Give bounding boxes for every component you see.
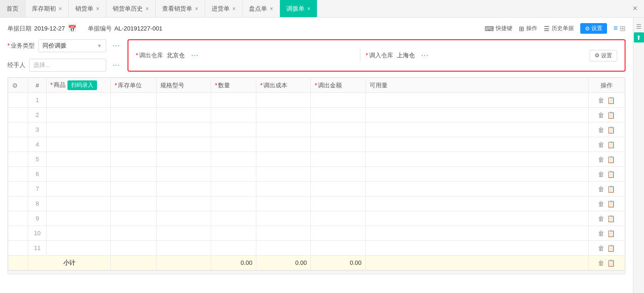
tab-view-sales[interactable]: 查看销货单 × [156, 0, 205, 17]
tab-stocktake[interactable]: 盘点单 × [243, 0, 280, 17]
tab-inventory-init[interactable]: 库存期初 × [25, 0, 69, 17]
copy-icon[interactable]: 📋 [607, 185, 615, 193]
row-qty-cell[interactable] [211, 137, 256, 152]
row-amount-cell[interactable] [311, 167, 365, 182]
copy-icon[interactable]: 📋 [607, 230, 615, 237]
business-type-select[interactable]: 同价调拨 ▼ [38, 39, 106, 52]
tab-home[interactable]: 首页 [0, 0, 25, 17]
tab-stocktake-close[interactable]: × [270, 6, 273, 12]
row-unit-cell[interactable] [111, 137, 157, 152]
copy-icon[interactable]: 📋 [607, 200, 615, 208]
calendar-icon[interactable]: 📅 [68, 24, 77, 33]
row-spec-cell[interactable] [157, 167, 211, 182]
copy-icon[interactable]: 📋 [607, 97, 615, 104]
row-cost-cell[interactable] [256, 108, 311, 122]
tab-sales-history[interactable]: 销货单历史 × [106, 0, 156, 17]
copy-icon[interactable]: 📋 [607, 111, 615, 119]
row-unit-cell[interactable] [111, 167, 157, 182]
row-amount-cell[interactable] [311, 196, 365, 211]
row-spec-cell[interactable] [157, 241, 211, 256]
row-amount-cell[interactable] [311, 108, 365, 122]
row-spec-cell[interactable] [157, 152, 211, 167]
tab-purchase[interactable]: 进货单 × [205, 0, 243, 17]
row-qty-cell[interactable] [211, 211, 256, 226]
row-unit-cell[interactable] [111, 241, 157, 256]
row-qty-cell[interactable] [211, 241, 256, 256]
list-view-icon[interactable]: ≡ [614, 24, 618, 33]
summary-delete-icon[interactable]: 🗑 [598, 259, 604, 267]
delete-icon[interactable]: 🗑 [598, 244, 604, 252]
row-unit-cell[interactable] [111, 182, 157, 196]
row-amount-cell[interactable] [311, 211, 365, 226]
row-cost-cell[interactable] [256, 196, 311, 211]
row-unit-cell[interactable] [111, 226, 157, 241]
copy-icon[interactable]: 📋 [607, 171, 615, 178]
tab-bar-close-btn[interactable]: × [626, 0, 644, 17]
tab-sales-history-close[interactable]: × [146, 6, 149, 12]
row-amount-cell[interactable] [311, 122, 365, 137]
warehouse-in-more-icon[interactable]: ··· [421, 51, 429, 60]
copy-icon[interactable]: 📋 [607, 244, 615, 252]
business-type-more-icon[interactable]: ··· [113, 42, 120, 50]
copy-icon[interactable]: 📋 [607, 126, 615, 134]
copy-icon[interactable]: 📋 [607, 156, 615, 163]
row-product-cell[interactable] [47, 241, 111, 256]
row-unit-cell[interactable] [111, 93, 157, 108]
row-product-cell[interactable] [47, 226, 111, 241]
row-spec-cell[interactable] [157, 211, 211, 226]
row-amount-cell[interactable] [311, 137, 365, 152]
row-product-cell[interactable] [47, 93, 111, 108]
copy-icon[interactable]: 📋 [607, 215, 615, 222]
delete-icon[interactable]: 🗑 [598, 215, 604, 222]
scroll-hint[interactable] [8, 270, 625, 274]
row-spec-cell[interactable] [157, 108, 211, 122]
row-amount-cell[interactable] [311, 152, 365, 167]
row-qty-cell[interactable] [211, 122, 256, 137]
row-spec-cell[interactable] [157, 182, 211, 196]
row-cost-cell[interactable] [256, 167, 311, 182]
row-cost-cell[interactable] [256, 152, 311, 167]
row-spec-cell[interactable] [157, 226, 211, 241]
row-product-cell[interactable] [47, 108, 111, 122]
row-cost-cell[interactable] [256, 226, 311, 241]
row-amount-cell[interactable] [311, 182, 365, 196]
table-gear-icon[interactable]: ⚙ [12, 82, 18, 89]
handler-more-icon[interactable]: ··· [113, 61, 120, 69]
row-product-cell[interactable] [47, 211, 111, 226]
row-cost-cell[interactable] [256, 93, 311, 108]
tab-sales-order-close[interactable]: × [96, 6, 99, 12]
row-product-cell[interactable] [47, 152, 111, 167]
row-qty-cell[interactable] [211, 108, 256, 122]
warehouse-out-more-icon[interactable]: ··· [191, 51, 199, 60]
tab-transfer[interactable]: 调拨单 × [280, 0, 317, 17]
tab-view-sales-close[interactable]: × [195, 6, 198, 12]
row-amount-cell[interactable] [311, 93, 365, 108]
row-unit-cell[interactable] [111, 196, 157, 211]
tab-transfer-close[interactable]: × [307, 6, 310, 12]
row-qty-cell[interactable] [211, 196, 256, 211]
history-btn[interactable]: ☰ 历史单据 [544, 24, 574, 32]
tab-sales-order[interactable]: 销货单 × [69, 0, 106, 17]
row-product-cell[interactable] [47, 196, 111, 211]
delete-icon[interactable]: 🗑 [598, 171, 604, 178]
row-unit-cell[interactable] [111, 211, 157, 226]
handler-select[interactable]: 选择... [29, 59, 106, 72]
scan-btn[interactable]: 扫码录入 [67, 80, 97, 90]
delete-icon[interactable]: 🗑 [598, 126, 604, 134]
delete-icon[interactable]: 🗑 [598, 156, 604, 163]
row-spec-cell[interactable] [157, 137, 211, 152]
row-spec-cell[interactable] [157, 93, 211, 108]
row-amount-cell[interactable] [311, 241, 365, 256]
row-product-cell[interactable] [47, 137, 111, 152]
row-cost-cell[interactable] [256, 182, 311, 196]
operations-btn[interactable]: ⊞ 操作 [519, 24, 537, 32]
row-unit-cell[interactable] [111, 152, 157, 167]
settings-toolbar-btn[interactable]: ⚙ 设置 [580, 23, 607, 34]
row-cost-cell[interactable] [256, 241, 311, 256]
tab-inventory-init-close[interactable]: × [59, 6, 62, 12]
row-product-cell[interactable] [47, 122, 111, 137]
delete-icon[interactable]: 🗑 [598, 141, 604, 148]
row-amount-cell[interactable] [311, 226, 365, 241]
sidebar-list-icon[interactable]: ☰ [634, 21, 644, 31]
row-cost-cell[interactable] [256, 137, 311, 152]
